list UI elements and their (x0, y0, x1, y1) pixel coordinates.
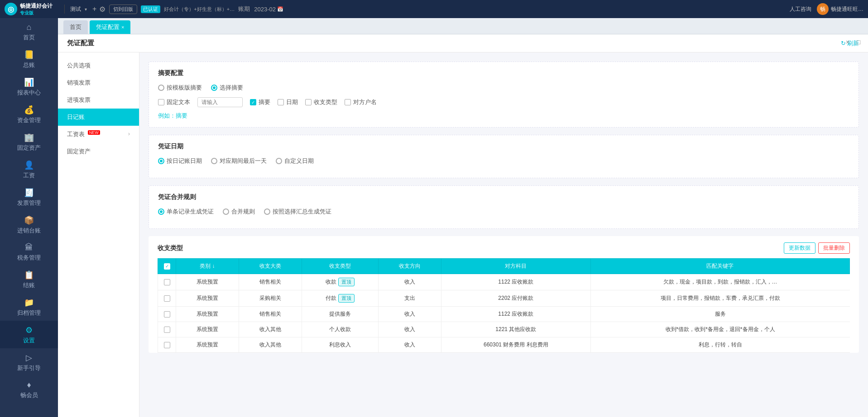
voucher-date-radio-custom[interactable]: 自定义日期 (276, 157, 314, 165)
topbar-divider (64, 5, 65, 14)
sidebar-label-salary: 工资 (23, 171, 35, 180)
tab-home[interactable]: 首页 (63, 20, 88, 34)
update-data-btn[interactable]: 更新数据 (784, 242, 815, 254)
user-name: 畅捷通旺旺… (831, 5, 863, 13)
header-checkbox[interactable]: ✓ (164, 263, 170, 270)
summary-config-section: 摘要配置 按模板版摘要 选择摘要 (149, 62, 859, 128)
checkbox-counter-party[interactable]: 对方户名 (345, 98, 377, 106)
sidebar-item-report[interactable]: 📊 报表中心 (0, 73, 58, 100)
calendar-icon[interactable]: 📅 (277, 6, 283, 12)
config-nav-salary-table[interactable]: 工资表 NEW › (58, 126, 139, 143)
row4-keywords: 收到*借款，收到*备用金，退回*备用金，个人 (590, 322, 849, 337)
sidebar-item-salary[interactable]: 👤 工资 (0, 156, 58, 183)
voucher-date-radio-period-last[interactable]: 对应期间最后一天 (211, 157, 267, 165)
support-link[interactable]: 人工咨询 (790, 5, 811, 13)
sidebar-item-settings[interactable]: ⚙ 设置 (0, 321, 58, 348)
sidebar-item-member[interactable]: ♦ 畅会员 (0, 376, 58, 403)
row1-checkbox[interactable] (158, 274, 176, 290)
sidebar-item-ledger[interactable]: 📒 总账 (0, 45, 58, 73)
row2-type: 付款 置顶 (302, 290, 379, 307)
sidebar-item-guide[interactable]: ▷ 新手引导 (0, 348, 58, 376)
row1-major: 销售相关 (239, 274, 302, 290)
radio-dot-select (211, 85, 217, 91)
ledger-icon: 📒 (24, 50, 34, 60)
config-nav-journal[interactable]: 日记账 (58, 109, 139, 126)
row3-type: 提供服务 (302, 307, 379, 322)
row3-subject: 1122 应收账款 (441, 307, 590, 322)
sidebar-label-settings: 设置 (23, 336, 35, 345)
row2-tag[interactable]: 置顶 (338, 294, 355, 303)
batch-delete-btn[interactable]: 批量删除 (818, 242, 850, 254)
sidebar-item-fund[interactable]: 💰 资金管理 (0, 100, 58, 128)
row3-category: 系统预置 (176, 307, 239, 322)
counter-party-checkbox-label: 对方户名 (353, 98, 377, 106)
sidebar-item-home[interactable]: ⌂ 首页 (0, 18, 58, 45)
config-nav-public[interactable]: 公共选项 (58, 57, 139, 74)
config-nav-fixed-asset[interactable]: 固定资产 (58, 143, 139, 160)
new-badge: NEW (88, 130, 100, 135)
table-row: 系统预置 销售相关 提供服务 收入 1122 应收账款 服务 (158, 307, 850, 322)
config-nav-sales-invoice[interactable]: 销项发票 (58, 74, 139, 91)
journal-date-label: 按日记账日期 (167, 157, 202, 165)
col-checkbox[interactable]: ✓ (158, 259, 176, 274)
tab-voucher-config-label: 凭证配置 (96, 23, 120, 31)
settings-icon: ⚙ (25, 325, 33, 335)
sidebar: ⌂ 首页 📒 总账 📊 报表中心 💰 资金管理 🏢 固定资产 👤 工资 🧾 发票… (0, 18, 58, 417)
tab-close-icon[interactable]: × (121, 24, 124, 30)
member-icon: ♦ (27, 380, 31, 390)
sidebar-item-purchase[interactable]: 📦 进销台账 (0, 211, 58, 238)
row4-checkbox[interactable] (158, 322, 176, 337)
row2-subject: 2202 应付账款 (441, 290, 590, 307)
col-type: 收支类型 (302, 259, 379, 274)
win-close-btn[interactable]: × (844, 38, 852, 46)
plus-icon[interactable]: + (92, 5, 96, 13)
summary-radio-select[interactable]: 选择摘要 (211, 84, 243, 92)
tab-voucher-config[interactable]: 凭证配置 × (90, 20, 130, 34)
gear-icon[interactable]: ⚙ (99, 5, 106, 14)
config-main: 摘要配置 按模板版摘要 选择摘要 (139, 52, 868, 417)
merge-rule-label: 合并规则 (231, 208, 255, 216)
row1-tag[interactable]: 置顶 (338, 278, 355, 286)
guide-icon: ▷ (26, 353, 32, 363)
row-chk-4[interactable] (164, 327, 170, 333)
config-nav-purchase-invoice[interactable]: 进项发票 (58, 91, 139, 109)
income-expense-section: 收支类型 更新数据 批量删除 ✓ (149, 236, 859, 353)
table-row: 系统预置 采购相关 付款 置顶 支出 2202 应付账款 项目，日常费用，报销款… (158, 290, 850, 307)
switch-version-btn[interactable]: 切到旧版 (109, 5, 137, 14)
main-area: 首页 凭证配置 × × □ 凭证配置 ↻ 刷新 公共选项 销项发票 进 (58, 18, 868, 417)
checkbox-income-type[interactable]: 收支类型 (305, 98, 337, 106)
company-dropdown-icon[interactable]: ▾ (85, 7, 87, 12)
row2-major: 采购相关 (239, 290, 302, 307)
sidebar-item-close[interactable]: 📋 结账 (0, 265, 58, 293)
table-row: 系统预置 收入其他 利息收入 收入 660301 财务费用 利息费用 利息，行转… (158, 337, 850, 353)
voucher-date-radio-journal[interactable]: 按日记账日期 (158, 157, 202, 165)
merge-radio-summary-gen[interactable]: 按照选择汇总生成凭证 (264, 208, 331, 216)
config-layout: 公共选项 销项发票 进项发票 日记账 工资表 NEW › 固定资产 摘要配置 (58, 52, 868, 417)
row3-checkbox[interactable] (158, 307, 176, 322)
merge-radio-merge[interactable]: 合并规则 (223, 208, 255, 216)
row2-checkbox[interactable] (158, 290, 176, 307)
checkbox-date[interactable]: 日期 (278, 98, 298, 106)
row5-checkbox[interactable] (158, 337, 176, 353)
period-last-label: 对应期间最后一天 (220, 157, 267, 165)
app-name: 畅捷通好会计 (20, 2, 53, 10)
summary-checkbox-label: 摘要 (259, 98, 270, 106)
income-expense-title: 收支类型 (158, 244, 183, 252)
row-chk-1[interactable] (164, 279, 170, 285)
summary-radio-template[interactable]: 按模板版摘要 (158, 84, 202, 92)
merge-rules-title: 凭证合并规则 (158, 193, 849, 201)
row-chk-2[interactable] (164, 295, 170, 302)
row-chk-5[interactable] (164, 342, 170, 348)
merge-radio-single[interactable]: 单条记录生成凭证 (158, 208, 214, 216)
sidebar-item-tax[interactable]: 🏛 税务管理 (0, 238, 58, 265)
sidebar-item-archive[interactable]: 📁 归档管理 (0, 293, 58, 321)
row3-direction: 收入 (379, 307, 441, 322)
fixed-text-input[interactable] (197, 97, 243, 107)
row-chk-3[interactable] (164, 311, 170, 317)
sidebar-item-asset[interactable]: 🏢 固定资产 (0, 128, 58, 156)
sidebar-item-invoice[interactable]: 🧾 发票管理 (0, 183, 58, 211)
checkbox-summary[interactable]: ✓ 摘要 (250, 98, 270, 106)
user-info[interactable]: 畅 畅捷通旺旺… (817, 3, 863, 15)
win-restore-btn[interactable]: □ (854, 38, 863, 46)
checkbox-fixed-text[interactable]: 固定文本 (158, 98, 190, 106)
